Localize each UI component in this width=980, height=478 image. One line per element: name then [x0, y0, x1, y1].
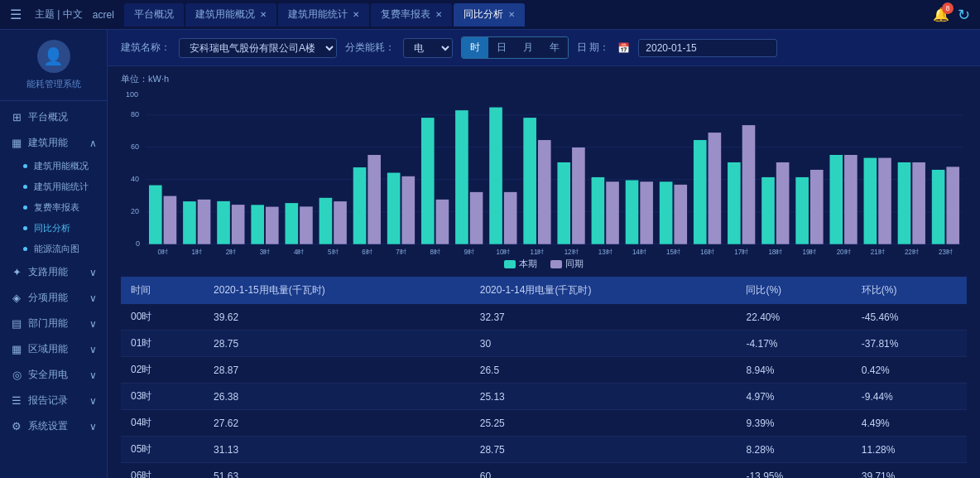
- sidebar-group-report[interactable]: ☰报告记录 ∨: [0, 388, 107, 413]
- btn-month[interactable]: 月: [515, 37, 541, 58]
- btn-year[interactable]: 年: [541, 37, 568, 58]
- svg-rect-32: [387, 173, 401, 244]
- svg-text:19时: 19时: [803, 249, 817, 254]
- sidebar-group-building[interactable]: ▦建筑用能 ∧: [0, 130, 107, 156]
- chevron-settings: ∨: [89, 421, 97, 432]
- table-cell: 00时: [121, 304, 204, 331]
- svg-text:13时: 13时: [598, 249, 612, 254]
- svg-rect-27: [334, 201, 347, 244]
- main-content: 建筑名称： 安科瑞电气股份有限公司A楼 分类能耗： 电 时 日 月 年 日 期：…: [108, 30, 980, 478]
- sidebar-item-comparison[interactable]: 同比分析: [10, 218, 107, 239]
- svg-rect-39: [470, 192, 483, 244]
- svg-rect-59: [694, 140, 707, 244]
- tab-building-overview[interactable]: 建筑用能概况 ✕: [185, 3, 276, 27]
- dept-icon: ▤: [10, 317, 23, 330]
- svg-rect-65: [761, 177, 775, 244]
- svg-rect-47: [557, 162, 570, 244]
- svg-text:40: 40: [131, 175, 139, 183]
- building-submenu: 建筑用能概况 建筑用能统计 复费率报表 同比分析 能源流向图: [0, 156, 107, 259]
- building-icon: ▦: [10, 137, 23, 149]
- notification-icon[interactable]: 🔔8: [933, 7, 949, 22]
- table-cell: -4.17%: [736, 331, 851, 357]
- chevron-dept: ∨: [89, 318, 97, 330]
- svg-text:3时: 3时: [260, 249, 270, 254]
- table-row: 04时27.6225.259.39%4.49%: [121, 410, 967, 437]
- table-cell: 28.75: [470, 437, 737, 463]
- svg-rect-69: [810, 170, 824, 244]
- chevron-branch: ∨: [89, 267, 97, 278]
- table-row: 02时28.8726.58.94%0.42%: [121, 357, 967, 384]
- table-body: 00时39.6232.3722.40%-45.46%01时28.7530-4.1…: [121, 304, 967, 478]
- table-cell: 8.28%: [736, 437, 851, 463]
- category-label: 分类能耗：: [345, 41, 395, 55]
- chart-area: 单位：kW·h 0 20 40 60 80 100 0时1时2时3时4时5时6: [108, 66, 980, 277]
- chart-svg: 0 20 40 60 80 100 0时1时2时3时4时5时6时7时8时9时10…: [121, 89, 967, 254]
- safety-label: 安全用电: [28, 368, 68, 382]
- table-area: 时间 2020-1-15用电量(千瓦时) 2020-1-14用电量(千瓦时) 同…: [108, 277, 980, 478]
- toolbar: 建筑名称： 安科瑞电气股份有限公司A楼 分类能耗： 电 时 日 月 年 日 期：…: [108, 30, 980, 66]
- sidebar-group-settings[interactable]: ⚙系统设置 ∨: [0, 413, 107, 439]
- table-cell: 4.49%: [852, 410, 967, 437]
- svg-text:23时: 23时: [939, 249, 953, 254]
- sidebar-item-building-overview[interactable]: 建筑用能概况: [10, 156, 107, 176]
- svg-rect-12: [164, 196, 177, 244]
- svg-rect-18: [232, 205, 245, 244]
- sidebar-title: 能耗管理系统: [26, 78, 81, 90]
- tab-comparison[interactable]: 同比分析 ✕: [454, 3, 525, 27]
- table-cell: 9.39%: [736, 410, 851, 437]
- chart-container: 0 20 40 60 80 100 0时1时2时3时4时5时6时7时8时9时10…: [121, 89, 967, 254]
- svg-rect-53: [626, 181, 639, 244]
- user-label[interactable]: acrel: [93, 9, 114, 21]
- table-cell: 0.42%: [852, 357, 967, 384]
- area-icon: ▦: [10, 343, 23, 355]
- building-select[interactable]: 安科瑞电气股份有限公司A楼: [179, 38, 337, 58]
- svg-rect-62: [728, 162, 741, 244]
- refresh-icon[interactable]: ↻: [958, 6, 970, 24]
- menu-icon[interactable]: ☰: [10, 7, 22, 22]
- svg-text:6时: 6时: [362, 249, 372, 254]
- sidebar-group-area[interactable]: ▦区域用能 ∨: [0, 336, 107, 362]
- date-label: 日 期：: [577, 41, 609, 55]
- sidebar-group-subitem[interactable]: ◈分项用能 ∨: [0, 285, 107, 311]
- sidebar-group-branch[interactable]: ✦支路用能 ∨: [0, 259, 107, 285]
- tab-close-3[interactable]: ✕: [435, 10, 442, 19]
- sidebar-group-safety[interactable]: ◎安全用电 ∨: [0, 362, 107, 388]
- col-mom: 环比(%): [852, 277, 967, 304]
- category-select[interactable]: 电: [403, 38, 453, 58]
- table-cell: -45.46%: [852, 304, 967, 331]
- sidebar-nav: ⊞ 平台概况 ▦建筑用能 ∧ 建筑用能概况 建筑用能统计 复费率报表 同比分析 …: [0, 101, 107, 478]
- table-cell: 60: [470, 463, 737, 479]
- branch-label: 支路用能: [28, 265, 68, 279]
- svg-rect-80: [932, 170, 945, 244]
- col-prev: 2020-1-14用电量(千瓦时): [470, 277, 737, 304]
- table-cell: 11.28%: [852, 437, 967, 463]
- svg-text:5时: 5时: [328, 249, 338, 254]
- table-cell: 28.87: [204, 357, 470, 384]
- date-input[interactable]: [638, 39, 777, 57]
- svg-rect-50: [592, 177, 605, 244]
- tab-building-stats[interactable]: 建筑用能统计 ✕: [278, 3, 369, 27]
- data-table: 时间 2020-1-15用电量(千瓦时) 2020-1-14用电量(千瓦时) 同…: [121, 277, 967, 478]
- table-row: 06时51.6360-13.95%39.71%: [121, 463, 967, 479]
- tab-bar: 平台概况 建筑用能概况 ✕ 建筑用能统计 ✕ 复费率报表 ✕ 同比分析 ✕: [124, 3, 926, 27]
- btn-hour[interactable]: 时: [462, 37, 488, 58]
- tab-close-4[interactable]: ✕: [508, 10, 515, 19]
- sidebar-item-platform[interactable]: ⊞ 平台概况: [0, 104, 107, 130]
- sidebar-item-rate-report[interactable]: 复费率报表: [10, 197, 107, 218]
- sidebar-item-building-stats[interactable]: 建筑用能统计: [10, 176, 107, 197]
- dot-icon: [23, 247, 27, 251]
- sidebar-item-energy-flow[interactable]: 能源流向图: [10, 239, 107, 259]
- svg-rect-41: [489, 108, 502, 244]
- dept-label: 部门用能: [28, 316, 68, 331]
- tab-platform[interactable]: 平台概况: [124, 3, 184, 27]
- notification-badge: 8: [942, 2, 954, 14]
- tab-rate-report[interactable]: 复费率报表 ✕: [371, 3, 452, 27]
- sidebar-group-dept[interactable]: ▤部门用能 ∨: [0, 311, 107, 336]
- chevron-building: ∧: [89, 138, 97, 149]
- tab-close-1[interactable]: ✕: [260, 10, 267, 19]
- tab-close-2[interactable]: ✕: [353, 10, 359, 19]
- table-row: 05时31.1328.758.28%11.28%: [121, 437, 967, 463]
- table-cell: 4.97%: [736, 384, 851, 410]
- legend-current-box: [504, 260, 516, 268]
- btn-day[interactable]: 日: [488, 37, 515, 58]
